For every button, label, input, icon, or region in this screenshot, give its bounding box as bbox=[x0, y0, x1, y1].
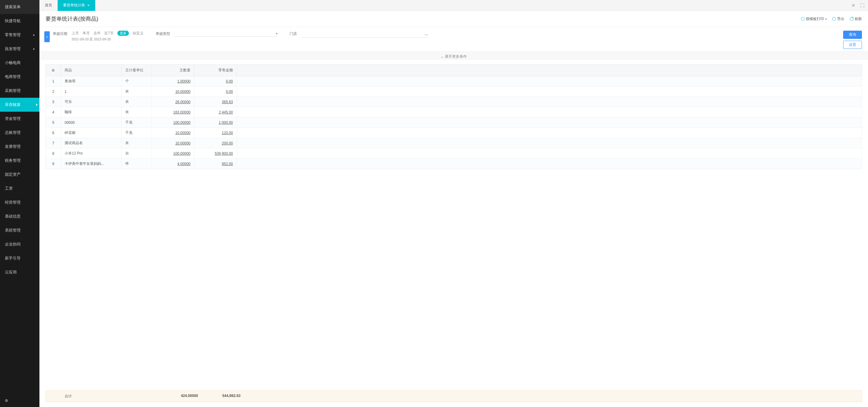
chevron-down-icon: ▾ bbox=[276, 32, 278, 35]
chevron-down-icon: ⌄ bbox=[441, 54, 445, 59]
preset-more[interactable]: 更多 bbox=[117, 31, 129, 36]
cell-qty[interactable]: 100.00000 bbox=[152, 117, 194, 128]
export-action[interactable]: 导出 bbox=[832, 17, 844, 22]
close-all-icon[interactable]: ✕ bbox=[850, 2, 857, 9]
cell-unit: 米 bbox=[122, 87, 152, 97]
preset-last-year[interactable]: 去年 bbox=[93, 31, 101, 36]
preset-7days[interactable]: 近7天 bbox=[104, 31, 114, 36]
table-row[interactable]: 1奥迪塔个1.000000.00 bbox=[46, 76, 862, 87]
cell-qty[interactable]: 10.00000 bbox=[152, 128, 194, 138]
preset-this-month[interactable]: 本月 bbox=[83, 31, 90, 36]
sidebar-item-label: 批发管理 bbox=[5, 46, 21, 52]
sidebar-item-11[interactable]: 税务管理 bbox=[0, 153, 39, 168]
table-row[interactable]: 21米10.000000.00 bbox=[46, 87, 862, 97]
sidebar-item-5[interactable]: 电商管理 bbox=[0, 70, 39, 84]
column-header-amount[interactable]: 零售金额 bbox=[194, 65, 237, 76]
expand-conditions[interactable]: ⌄ 展开更多条件 bbox=[39, 51, 868, 59]
table-row[interactable]: 9卡伊美中老年女装妈妈...件4.00000952.00 bbox=[46, 159, 862, 169]
cell-amount[interactable]: 0.00 bbox=[194, 87, 237, 97]
sidebar-item-2[interactable]: 零售管理▾ bbox=[0, 28, 39, 42]
gear-icon: ⚙ bbox=[5, 399, 8, 403]
sidebar-item-7[interactable]: 库存核算 bbox=[0, 98, 39, 112]
store-select[interactable]: … bbox=[301, 31, 429, 38]
sidebar-item-0[interactable]: 搜索菜单 bbox=[0, 0, 39, 14]
cell-spacer bbox=[237, 159, 862, 169]
sidebar-item-label: 工资 bbox=[5, 186, 13, 191]
sidebar-item-15[interactable]: 基础信息 bbox=[0, 209, 39, 223]
cell-unit: 台 bbox=[122, 148, 152, 159]
sidebar-item-8[interactable]: 资金管理 bbox=[0, 112, 39, 126]
filter-panel: » 单据日期 上月 本月 去年 近7天 更多 自定义 2021-09-20 至 … bbox=[39, 27, 868, 59]
table-row[interactable]: 3可乐米26.00000365.63 bbox=[46, 97, 862, 107]
refresh-icon bbox=[850, 17, 854, 21]
cell-qty[interactable]: 4.00000 bbox=[152, 159, 194, 169]
column-header-unit[interactable]: 主计量单位 bbox=[122, 65, 152, 76]
table-row[interactable]: 8小米12 Pro台100.00000539,900.00 bbox=[46, 148, 862, 159]
sidebar-item-12[interactable]: 固定资产 bbox=[0, 168, 39, 181]
cell-qty[interactable]: 10.00000 bbox=[152, 138, 194, 148]
cell-qty[interactable]: 10.00000 bbox=[152, 87, 194, 97]
preset-custom[interactable]: 自定义 bbox=[132, 31, 144, 36]
sidebar-item-9[interactable]: 总账管理 bbox=[0, 126, 39, 140]
cell-qty[interactable]: 1.00000 bbox=[152, 76, 194, 87]
collapse-toggle[interactable]: » bbox=[44, 31, 50, 42]
cell-product: 奥迪塔 bbox=[61, 76, 122, 87]
table-row[interactable]: 4咖啡米163.000002,445.00 bbox=[46, 107, 862, 117]
sidebar-item-6[interactable]: 采购管理 bbox=[0, 84, 39, 98]
table-row[interactable]: 6碎花裙千克10.00000120.00 bbox=[46, 128, 862, 138]
fullscreen-icon[interactable]: ⛶ bbox=[859, 2, 866, 9]
sidebar-item-10[interactable]: 发票管理 bbox=[0, 140, 39, 153]
sidebar-item-13[interactable]: 工资 bbox=[0, 181, 39, 196]
table-row[interactable]: 7测试商品名米10.00000200.00 bbox=[46, 138, 862, 148]
cell-amount[interactable]: 2,445.00 bbox=[194, 107, 237, 117]
sidebar-item-14[interactable]: 经营管理 bbox=[0, 196, 39, 209]
sidebar-item-17[interactable]: 企业协同 bbox=[0, 237, 39, 251]
preset-last-month[interactable]: 上月 bbox=[71, 31, 79, 36]
query-button[interactable]: 查询 bbox=[843, 31, 862, 39]
cell-amount[interactable]: 120.00 bbox=[194, 128, 237, 138]
cell-qty[interactable]: 26.00000 bbox=[152, 97, 194, 107]
cell-unit: 米 bbox=[122, 107, 152, 117]
settings-button[interactable]: 设置 bbox=[843, 41, 862, 49]
cell-qty[interactable]: 163.00000 bbox=[152, 107, 194, 117]
type-select[interactable]: ▾ bbox=[175, 31, 278, 37]
sidebar-item-19[interactable]: 云应用 bbox=[0, 265, 39, 279]
print-action[interactable]: 按模板打印 ▾ bbox=[801, 17, 827, 22]
sidebar-item-1[interactable]: 快捷导航 bbox=[0, 14, 39, 28]
sidebar-settings[interactable]: ⚙ bbox=[0, 394, 39, 407]
sidebar-item-3[interactable]: 批发管理▾ bbox=[0, 42, 39, 56]
row-index: 7 bbox=[46, 138, 61, 148]
gear-column-header[interactable]: ⚙ bbox=[46, 65, 61, 76]
sidebar-item-label: 采购管理 bbox=[5, 88, 21, 93]
cell-qty[interactable]: 100.00000 bbox=[152, 148, 194, 159]
tab-1[interactable]: 要货单统计表× bbox=[58, 0, 95, 11]
row-index: 4 bbox=[46, 107, 61, 117]
cell-amount[interactable]: 0.00 bbox=[194, 76, 237, 87]
chevron-down-icon: ▾ bbox=[33, 33, 35, 37]
cell-amount[interactable]: 952.00 bbox=[194, 159, 237, 169]
chevron-down-icon: ▾ bbox=[33, 47, 35, 51]
cell-amount[interactable]: 1,000.00 bbox=[194, 117, 237, 128]
cell-product: 可乐 bbox=[61, 97, 122, 107]
more-icon: … bbox=[425, 32, 429, 36]
sidebar-item-16[interactable]: 系统管理 bbox=[0, 223, 39, 237]
date-range-display: 2021-09-20 至 2022-09-20 bbox=[71, 37, 144, 41]
sidebar-item-label: 资金管理 bbox=[5, 116, 21, 121]
close-icon[interactable]: × bbox=[87, 3, 90, 8]
store-filter: 门店 … bbox=[290, 31, 429, 38]
column-header-qty[interactable]: 主数量 bbox=[152, 65, 194, 76]
cell-amount[interactable]: 200.00 bbox=[194, 138, 237, 148]
cell-amount[interactable]: 365.63 bbox=[194, 97, 237, 107]
cell-spacer bbox=[237, 138, 862, 148]
table-row[interactable]: 500000千克100.000001,000.00 bbox=[46, 117, 862, 128]
sidebar: 搜索菜单快捷导航零售管理▾批发管理▾小畅电商电商管理采购管理库存核算资金管理总账… bbox=[0, 0, 39, 407]
tab-0[interactable]: 首页 bbox=[39, 0, 58, 11]
cell-product: 00000 bbox=[61, 117, 122, 128]
print-icon bbox=[801, 17, 805, 21]
cell-unit: 件 bbox=[122, 159, 152, 169]
refresh-action[interactable]: 刷新 bbox=[850, 17, 862, 22]
sidebar-item-18[interactable]: 新手引导 bbox=[0, 251, 39, 265]
cell-amount[interactable]: 539,900.00 bbox=[194, 148, 237, 159]
sidebar-item-4[interactable]: 小畅电商 bbox=[0, 56, 39, 70]
column-header-product[interactable]: 商品 bbox=[61, 65, 122, 76]
